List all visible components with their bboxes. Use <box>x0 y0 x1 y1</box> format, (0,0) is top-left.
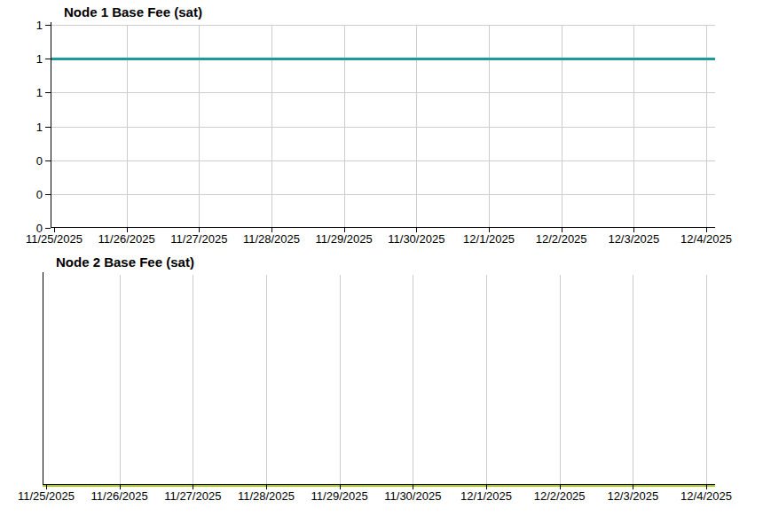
vertical-gridline <box>193 275 193 485</box>
x-tick-label: 11/25/2025 <box>18 489 75 503</box>
x-axis-tick <box>633 228 634 232</box>
vertical-gridline <box>120 275 121 485</box>
x-axis-tick <box>54 228 55 232</box>
y-axis-line <box>43 272 43 485</box>
x-tick-label: 12/3/2025 <box>607 489 658 503</box>
x-axis-tick <box>120 485 121 489</box>
x-axis-tick <box>706 485 707 489</box>
x-tick-label: 12/4/2025 <box>680 232 732 246</box>
horizontal-gridline <box>51 25 715 26</box>
x-axis-tick <box>413 485 413 489</box>
y-tick-label: 1 <box>36 20 43 31</box>
x-tick-label: 11/26/2025 <box>91 489 148 503</box>
node1-plot-area <box>51 25 715 228</box>
vertical-gridline <box>266 275 267 485</box>
x-axis-tick <box>562 228 562 232</box>
x-tick-label: 11/26/2025 <box>98 232 155 246</box>
x-tick-label: 11/28/2025 <box>238 489 295 503</box>
x-axis-tick <box>193 485 193 489</box>
x-axis-tick <box>127 228 128 232</box>
y-tick-label: 0 <box>36 188 43 200</box>
x-axis-tick <box>560 485 561 489</box>
x-tick-label: 11/30/2025 <box>384 489 441 503</box>
x-axis-tick <box>706 228 707 232</box>
x-tick-label: 11/29/2025 <box>311 489 368 503</box>
x-tick-label: 12/2/2025 <box>536 232 587 246</box>
x-tick-label: 12/1/2025 <box>460 489 512 503</box>
x-axis-tick <box>46 485 47 489</box>
x-axis-tick <box>199 228 200 232</box>
node1-x-axis-labels: 11/25/202511/26/202511/27/202511/28/2025… <box>51 232 715 246</box>
series-line-node-1-base-fee <box>51 58 715 60</box>
x-tick-label: 11/28/2025 <box>243 232 300 246</box>
node2-y-axis-labels <box>16 275 35 485</box>
horizontal-gridline <box>51 92 715 93</box>
x-axis-tick <box>266 485 267 489</box>
x-axis-line <box>51 227 715 228</box>
vertical-gridline <box>486 275 487 485</box>
node2-x-axis-labels: 11/25/202511/26/202511/27/202511/28/2025… <box>43 489 715 504</box>
vertical-gridline <box>633 275 633 485</box>
x-axis-tick <box>416 228 417 232</box>
x-tick-label: 11/25/2025 <box>26 232 83 246</box>
node1-y-axis-labels: 1111000 <box>16 25 43 228</box>
x-tick-label: 11/27/2025 <box>170 232 227 246</box>
horizontal-gridline <box>51 127 715 128</box>
series-line-node-2-base-fee <box>43 485 715 487</box>
node2-plot-area <box>43 275 715 485</box>
x-tick-label: 12/2/2025 <box>534 489 586 503</box>
vertical-gridline <box>340 275 341 485</box>
y-tick-label: 1 <box>36 121 43 132</box>
node2-chart-title: Node 2 Base Fee (sat) <box>56 254 194 270</box>
x-tick-label: 11/30/2025 <box>388 232 444 246</box>
x-axis-line <box>43 484 715 485</box>
x-axis-tick <box>633 485 633 489</box>
x-tick-label: 11/27/2025 <box>164 489 221 503</box>
horizontal-gridline <box>51 160 715 161</box>
x-tick-label: 12/4/2025 <box>680 489 732 503</box>
y-axis-tick <box>45 228 51 229</box>
y-axis-line <box>51 22 51 228</box>
x-tick-label: 12/3/2025 <box>608 232 659 246</box>
horizontal-gridline <box>51 194 715 195</box>
x-tick-label: 12/1/2025 <box>463 232 515 246</box>
y-tick-label: 1 <box>36 53 43 65</box>
vertical-gridline <box>413 275 413 485</box>
x-axis-tick <box>271 228 272 232</box>
vertical-gridline <box>560 275 561 485</box>
y-tick-label: 0 <box>36 154 43 166</box>
x-axis-tick <box>486 485 487 489</box>
x-axis-tick <box>344 228 345 232</box>
x-axis-tick <box>340 485 341 489</box>
node1-chart-title: Node 1 Base Fee (sat) <box>64 4 202 20</box>
y-tick-label: 1 <box>36 87 43 98</box>
vertical-gridline <box>706 275 707 485</box>
x-axis-tick <box>489 228 490 232</box>
x-tick-label: 11/29/2025 <box>316 232 373 246</box>
